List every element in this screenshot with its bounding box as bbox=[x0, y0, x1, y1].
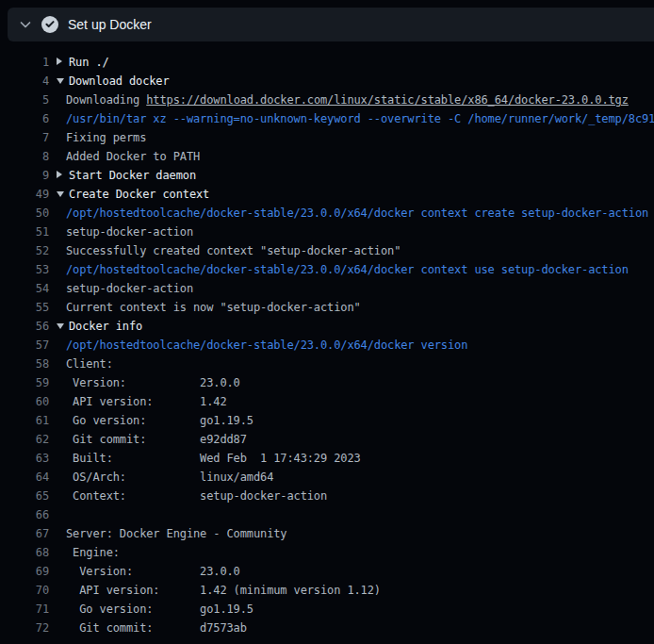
log-line: 71 Go version: go1.19.5 bbox=[0, 600, 654, 619]
log-line: 52 Successfully created context "setup-d… bbox=[0, 241, 654, 260]
log-line-content: API version: 1.42 bbox=[57, 392, 227, 411]
log-line-content: Go version: go1.19.5 bbox=[57, 411, 253, 430]
line-number-link[interactable]: 5 bbox=[0, 91, 49, 109]
log-line: 66 bbox=[0, 505, 654, 524]
log-line: 60 API version: 1.42 bbox=[0, 392, 654, 411]
log-line[interactable]: 1 Run ./ bbox=[0, 53, 654, 72]
line-number-link[interactable]: 9 bbox=[0, 166, 49, 185]
log-line-content: /usr/bin/tar xz --warning=no-unknown-key… bbox=[57, 109, 654, 128]
workflow-log-panel: Set up Docker 1 Run ./ 4 Download docker… bbox=[0, 8, 654, 637]
line-number-link[interactable]: 52 bbox=[0, 241, 49, 260]
log-line-content: Downloading https://download.docker.com/… bbox=[57, 91, 629, 109]
log-line: 67 Server: Docker Engine - Community bbox=[0, 524, 654, 543]
log-line: 58 Client: bbox=[0, 355, 654, 373]
log-line-content: Download docker bbox=[57, 72, 170, 91]
log-line-content: Start Docker daemon bbox=[57, 166, 196, 185]
line-number-link[interactable]: 70 bbox=[0, 581, 49, 600]
log-line: 59 Version: 23.0.0 bbox=[0, 373, 654, 392]
log-line: 72 Git commit: d7573ab bbox=[0, 619, 654, 637]
log-line-content: Engine: bbox=[57, 543, 120, 562]
log-line-content: Server: Docker Engine - Community bbox=[57, 524, 286, 543]
log-line: 7 Fixing perms bbox=[0, 128, 654, 147]
line-number-link[interactable]: 69 bbox=[0, 562, 49, 581]
line-number-link[interactable]: 1 bbox=[0, 53, 49, 72]
line-number-link[interactable]: 4 bbox=[0, 72, 49, 91]
line-number-link[interactable]: 66 bbox=[0, 505, 49, 524]
line-number-link[interactable]: 6 bbox=[0, 109, 49, 128]
step-title: Set up Docker bbox=[68, 17, 152, 32]
group-expanded-icon[interactable] bbox=[57, 72, 69, 91]
line-number-link[interactable]: 7 bbox=[0, 128, 49, 147]
line-number-link[interactable]: 53 bbox=[0, 260, 49, 279]
log-text: Downloading bbox=[66, 93, 146, 107]
log-line-content: Added Docker to PATH bbox=[57, 147, 200, 166]
group-title: Start Docker daemon bbox=[69, 169, 196, 182]
log-line-content: setup-docker-action bbox=[57, 223, 193, 241]
line-number-link[interactable]: 57 bbox=[0, 336, 49, 355]
log-lines-container: 1 Run ./ 4 Download docker 5 Downloading… bbox=[0, 53, 654, 637]
log-line-content: Version: 23.0.0 bbox=[57, 562, 240, 581]
log-line: 57 /opt/hostedtoolcache/docker-stable/23… bbox=[0, 336, 654, 355]
log-line: 63 Built: Wed Feb 1 17:43:29 2023 bbox=[0, 449, 654, 468]
line-number-link[interactable]: 60 bbox=[0, 392, 49, 411]
line-number-link[interactable]: 55 bbox=[0, 298, 49, 317]
line-number-link[interactable]: 50 bbox=[0, 204, 49, 223]
line-number-link[interactable]: 56 bbox=[0, 317, 49, 336]
log-url-link[interactable]: https://download.docker.com/linux/static… bbox=[146, 93, 629, 107]
log-line-content: Fixing perms bbox=[57, 128, 146, 147]
log-line-content: Git commit: d7573ab bbox=[57, 619, 247, 637]
line-number-link[interactable]: 67 bbox=[0, 524, 49, 543]
log-line[interactable]: 4 Download docker bbox=[0, 72, 654, 91]
log-line-content: Built: Wed Feb 1 17:43:29 2023 bbox=[57, 449, 361, 468]
chevron-down-icon[interactable] bbox=[18, 17, 33, 32]
log-line-content: Create Docker context bbox=[57, 185, 209, 204]
log-line-content: Docker info bbox=[57, 317, 142, 336]
log-line: 64 OS/Arch: linux/amd64 bbox=[0, 468, 654, 487]
log-line: 51 setup-docker-action bbox=[0, 223, 654, 241]
line-number-link[interactable]: 62 bbox=[0, 430, 49, 449]
log-line-content: setup-docker-action bbox=[57, 279, 193, 298]
line-number-link[interactable]: 59 bbox=[0, 373, 49, 392]
group-collapsed-icon[interactable] bbox=[57, 53, 69, 72]
status-success-icon bbox=[41, 16, 58, 33]
log-line-content bbox=[57, 505, 66, 524]
line-number-link[interactable]: 58 bbox=[0, 355, 49, 373]
line-number-link[interactable]: 68 bbox=[0, 543, 49, 562]
log-line-content: Successfully created context "setup-dock… bbox=[57, 241, 401, 260]
line-number-link[interactable]: 64 bbox=[0, 468, 49, 487]
log-line: 61 Go version: go1.19.5 bbox=[0, 411, 654, 430]
log-line: 68 Engine: bbox=[0, 543, 654, 562]
log-line: 62 Git commit: e92dd87 bbox=[0, 430, 654, 449]
group-collapsed-icon[interactable] bbox=[57, 166, 69, 185]
group-title: Create Docker context bbox=[69, 188, 209, 201]
line-number-link[interactable]: 61 bbox=[0, 411, 49, 430]
line-number-link[interactable]: 54 bbox=[0, 279, 49, 298]
group-expanded-icon[interactable] bbox=[57, 317, 69, 336]
log-line[interactable]: 9 Start Docker daemon bbox=[0, 166, 654, 185]
step-header[interactable]: Set up Docker bbox=[8, 8, 654, 41]
log-line-content: OS/Arch: linux/amd64 bbox=[57, 468, 273, 487]
log-line-content: /opt/hostedtoolcache/docker-stable/23.0.… bbox=[57, 260, 629, 279]
log-line-content: Version: 23.0.0 bbox=[57, 373, 240, 392]
line-number-link[interactable]: 72 bbox=[0, 619, 49, 637]
group-expanded-icon[interactable] bbox=[57, 185, 69, 204]
line-number-link[interactable]: 51 bbox=[0, 223, 49, 241]
log-line: 8 Added Docker to PATH bbox=[0, 147, 654, 166]
log-line-content: API version: 1.42 (minimum version 1.12) bbox=[57, 581, 381, 600]
line-number-link[interactable]: 8 bbox=[0, 147, 49, 166]
log-line: 54 setup-docker-action bbox=[0, 279, 654, 298]
group-title: Run ./ bbox=[69, 56, 109, 69]
log-line: 53 /opt/hostedtoolcache/docker-stable/23… bbox=[0, 260, 654, 279]
log-line-content: Current context is now "setup-docker-act… bbox=[57, 298, 361, 317]
log-line-content: Context: setup-docker-action bbox=[57, 487, 327, 505]
line-number-link[interactable]: 71 bbox=[0, 600, 49, 619]
line-number-link[interactable]: 49 bbox=[0, 185, 49, 204]
log-line-content: /opt/hostedtoolcache/docker-stable/23.0.… bbox=[57, 336, 467, 355]
line-number-link[interactable]: 63 bbox=[0, 449, 49, 468]
line-number-link[interactable]: 65 bbox=[0, 487, 49, 505]
log-line: 5 Downloading https://download.docker.co… bbox=[0, 91, 654, 109]
group-title: Docker info bbox=[69, 320, 142, 333]
log-line[interactable]: 56 Docker info bbox=[0, 317, 654, 336]
log-line-content: Go version: go1.19.5 bbox=[57, 600, 253, 619]
log-line[interactable]: 49 Create Docker context bbox=[0, 185, 654, 204]
